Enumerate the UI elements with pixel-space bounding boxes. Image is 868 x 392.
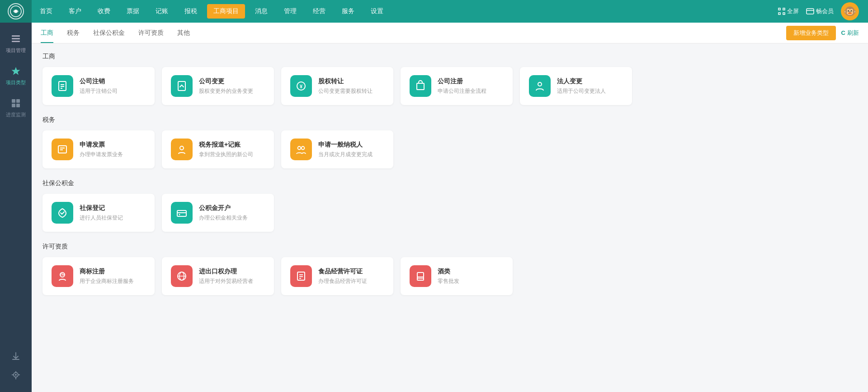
svg-rect-30 (417, 83, 424, 90)
business-card[interactable]: ¥股权转让公司变更需要股权转让 (281, 67, 393, 105)
nav-item-工商项目[interactable]: 工商项目 (207, 4, 245, 19)
svg-rect-5 (783, 13, 785, 14)
nav-item-服务[interactable]: 服务 (334, 0, 363, 23)
card-icon (52, 75, 73, 97)
svg-rect-49 (417, 272, 424, 277)
card-icon: TM (52, 265, 73, 287)
card-info: 公积金开户办理公积金相关业务 (199, 204, 248, 222)
svg-point-39 (179, 214, 180, 215)
svg-rect-15 (16, 104, 20, 107)
nav-item-客户[interactable]: 客户 (61, 0, 90, 23)
svg-rect-10 (12, 41, 20, 42)
nav-item-消息[interactable]: 消息 (247, 0, 276, 23)
svg-rect-4 (778, 13, 780, 14)
sidebar-item-project-management[interactable]: 项目管理 (0, 27, 32, 59)
business-card[interactable]: 酒类零售批发 (401, 257, 513, 295)
card-icon: ¥ (290, 75, 312, 97)
nav-item-设置[interactable]: 设置 (363, 0, 392, 23)
business-card[interactable]: TM商标注册用于企业商标注册服务 (42, 257, 155, 295)
card-icon (290, 139, 312, 160)
card-title: 申请发票 (80, 141, 123, 149)
business-card[interactable]: 社保登记进行人员社保登记 (42, 194, 155, 232)
card-icon (171, 265, 193, 287)
svg-rect-14 (12, 104, 15, 107)
card-icon (52, 139, 73, 160)
cards-grid-工商: 公司注销适用于注销公司公司变更股权变更外的业务变更¥股权转让公司变更需要股权转让… (42, 67, 857, 105)
tab-社保公积金[interactable]: 社保公积金 (93, 23, 125, 43)
main-layout: 项目管理 项目类型 进度监测 (0, 23, 868, 392)
svg-rect-3 (783, 8, 785, 10)
refresh-icon: C (841, 29, 845, 36)
nav-item-经营[interactable]: 经营 (305, 0, 334, 23)
business-card[interactable]: 公司注册申请公司注册全流程 (401, 67, 513, 105)
section-title-许可资质: 许可资质 (42, 243, 857, 251)
card-title: 商标注册 (80, 268, 134, 276)
nav-item-报税[interactable]: 报税 (176, 0, 205, 23)
svg-rect-38 (177, 210, 186, 216)
new-type-button[interactable]: 新增业务类型 (786, 26, 836, 40)
logo[interactable] (0, 0, 32, 23)
avatar[interactable]: 🐵 (841, 2, 859, 20)
member-button[interactable]: 畅会员 (806, 7, 834, 15)
card-title: 公司变更 (199, 77, 253, 86)
svg-rect-27 (178, 81, 185, 91)
card-desc: 办理公积金相关业务 (199, 214, 248, 222)
sidebar-item-project-type[interactable]: 项目类型 (0, 59, 32, 91)
nav-item-收费[interactable]: 收费 (90, 0, 118, 23)
svg-text:¥: ¥ (300, 84, 303, 89)
nav-item-记账[interactable]: 记账 (147, 0, 176, 23)
refresh-button[interactable]: C 刷新 (841, 29, 859, 37)
card-icon (410, 75, 431, 97)
fullscreen-button[interactable]: 全屏 (778, 7, 799, 15)
card-desc: 办理申请发票业务 (80, 151, 123, 158)
business-card[interactable]: 食品经营许可证办理食品经营许可证 (281, 257, 393, 295)
tab-actions: 新增业务类型 C 刷新 (786, 26, 859, 40)
card-title: 公司注销 (80, 77, 118, 86)
nav-item-票据[interactable]: 票据 (118, 0, 147, 23)
business-card[interactable]: 进出口权办理适用于对外贸易经营者 (162, 257, 274, 295)
sidebar-download-button[interactable] (0, 347, 32, 366)
tab-bar: 工商税务社保公积金许可资质其他 新增业务类型 C 刷新 (32, 23, 868, 43)
card-title: 食品经营许可证 (318, 268, 367, 276)
svg-rect-2 (778, 8, 780, 10)
nav-item-管理[interactable]: 管理 (276, 0, 305, 23)
cards-grid-许可资质: TM商标注册用于企业商标注册服务进出口权办理适用于对外贸易经营者食品经营许可证办… (42, 257, 857, 295)
business-card[interactable]: 申请一般纳税人当月或次月成变更完成 (281, 130, 393, 168)
refresh-label: 刷新 (847, 29, 859, 37)
svg-rect-16 (12, 359, 19, 360)
scroll-content[interactable]: 工商公司注销适用于注销公司公司变更股权变更外的业务变更¥股权转让公司变更需要股权… (32, 43, 868, 392)
sidebar-location-button[interactable] (0, 366, 32, 385)
card-info: 股权转让公司变更需要股权转让 (318, 77, 373, 95)
logo-icon (8, 3, 24, 19)
nav-right: 全屏 畅会员 🐵 (778, 2, 868, 20)
tab-工商[interactable]: 工商 (41, 23, 53, 43)
sidebar-bottom (0, 347, 32, 392)
business-card[interactable]: 公积金开户办理公积金相关业务 (162, 194, 274, 232)
star-icon (9, 65, 22, 77)
top-navigation: 首页客户收费票据记账报税工商项目消息管理经营服务设置 全屏 畅会员 🐵 (0, 0, 868, 23)
card-desc: 进行人员社保登记 (80, 214, 123, 222)
card-info: 商标注册用于企业商标注册服务 (80, 268, 134, 285)
tab-其他[interactable]: 其他 (177, 23, 190, 43)
business-card[interactable]: 税务报道+记账拿到营业执照的新公司 (162, 130, 274, 168)
sidebar-item-progress-monitor[interactable]: 进度监测 (0, 91, 32, 124)
svg-point-35 (180, 146, 184, 150)
card-icon (410, 265, 431, 287)
fullscreen-label: 全屏 (787, 7, 799, 15)
content-area: 工商税务社保公积金许可资质其他 新增业务类型 C 刷新 工商公司注销适用于注销公… (32, 23, 868, 392)
tab-税务[interactable]: 税务 (67, 23, 80, 43)
business-card[interactable]: 公司注销适用于注销公司 (42, 67, 155, 105)
section-title-工商: 工商 (42, 53, 857, 61)
card-icon (171, 75, 193, 97)
card-icon (171, 202, 193, 224)
card-info: 申请发票办理申请发票业务 (80, 141, 123, 158)
card-title: 税务报道+记账 (199, 141, 253, 149)
svg-rect-9 (12, 38, 20, 39)
card-icon (171, 139, 193, 160)
business-card[interactable]: 申请发票办理申请发票业务 (42, 130, 155, 168)
business-card[interactable]: 公司变更股权变更外的业务变更 (162, 67, 274, 105)
business-card[interactable]: 法人变更适用于公司变更法人 (520, 67, 632, 105)
card-title: 股权转让 (318, 77, 373, 86)
tab-许可资质[interactable]: 许可资质 (138, 23, 164, 43)
nav-item-首页[interactable]: 首页 (32, 0, 61, 23)
